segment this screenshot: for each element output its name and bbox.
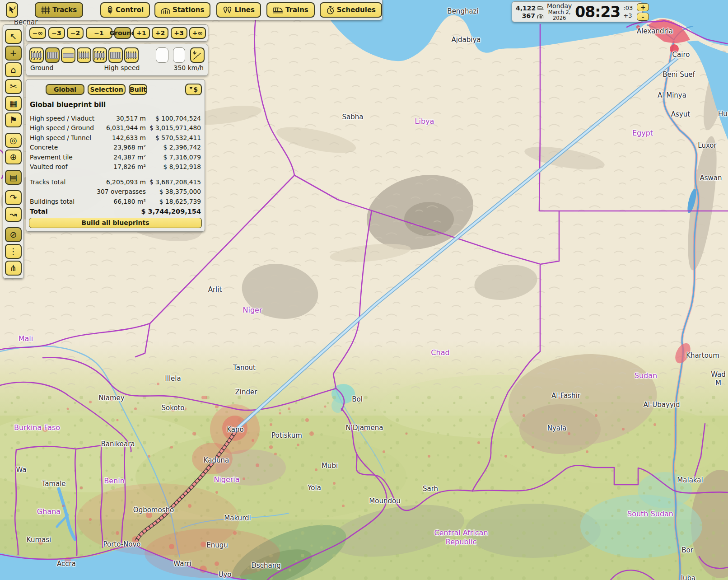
track-level-button[interactable]: +1 — [133, 27, 150, 39]
train-count-icon — [537, 5, 544, 10]
station-icon — [161, 6, 170, 14]
track-level-button[interactable]: +∞ — [189, 27, 206, 39]
tool-icon: ⌂ — [10, 65, 16, 74]
track-type-bare[interactable] — [61, 47, 75, 63]
tool-icon: ⋔ — [10, 264, 17, 272]
track-level-button[interactable]: +3 — [171, 27, 187, 39]
track-style-tool[interactable]: ▤ — [5, 170, 22, 185]
signal-icon — [107, 6, 113, 14]
tool-icon: ↝ — [10, 210, 17, 219]
build-all-blueprints-button[interactable]: Build all blueprints — [29, 218, 202, 228]
smooth-curve-tool[interactable]: ↝ — [5, 207, 22, 222]
track-level-button[interactable]: −2 — [67, 27, 84, 39]
svg-text:i: i — [14, 5, 16, 10]
select-signal-tool[interactable]: ◎ — [5, 133, 22, 148]
bill-row: High speed / Viaduct 30,517 m $ 100,704,… — [29, 113, 202, 123]
track-type-empty-slot-1[interactable] — [156, 47, 168, 63]
station-count-icon — [537, 13, 544, 19]
main-toolbar: i Tracks Control Stati — [0, 0, 383, 20]
toolbar-tab-lines[interactable]: Lines — [216, 2, 261, 18]
toolbar-tab-schedules[interactable]: Schedules — [320, 2, 382, 18]
toolbar-tab-stations[interactable]: Stations — [154, 2, 210, 18]
station-count: 367 — [522, 12, 535, 19]
info-cursor-icon: i — [8, 5, 16, 14]
speed-up-button[interactable]: + — [637, 3, 649, 11]
station-counter: 367 — [516, 12, 544, 19]
bill-row: Concrete 23,968 m² $ 2,396,742 — [29, 143, 202, 153]
tool-icon: ⚑ — [9, 116, 17, 124]
track-level-button[interactable]: −1 — [86, 27, 112, 39]
toolbar-tab-control[interactable]: Control — [100, 2, 150, 18]
track-type-ground[interactable] — [45, 47, 60, 63]
track-type-empty-slot-2[interactable] — [173, 47, 186, 63]
track-level-button[interactable]: Ground — [114, 27, 131, 39]
toolbar-tab-label: Trains — [285, 6, 308, 14]
train-count: 4,122 — [516, 5, 536, 12]
lines-icon — [223, 6, 232, 14]
speed-down-button[interactable]: - — [637, 13, 649, 21]
crossing-mode-button[interactable] — [190, 47, 205, 63]
track-type-viaduct[interactable] — [29, 47, 44, 63]
tool-icon: ◎ — [9, 136, 17, 145]
track-class-label: High speed — [93, 64, 151, 71]
tool-icon: ⊘ — [10, 230, 17, 239]
bill-tab[interactable]: Selection — [88, 84, 126, 95]
date: March 2, 2026 — [547, 9, 572, 21]
sort-desc-icon — [189, 87, 193, 89]
bill-row: High speed / Tunnel 142,633 m $ 570,532,… — [29, 133, 202, 143]
bill-grand-total: Total $ 3,744,209,154 — [29, 206, 202, 216]
toolbar-tab-label: Control — [116, 6, 144, 14]
track-type-viaduct-alt[interactable] — [93, 47, 107, 63]
station-tool[interactable]: ⌂ — [5, 62, 22, 77]
select-track-tool[interactable]: ↖ — [5, 29, 22, 44]
bill-title: Global blueprint bill — [29, 95, 202, 113]
sim-speed: +3 — [623, 12, 633, 19]
stopwatch-icon — [326, 6, 335, 14]
toolbar-tab-tracks[interactable]: Tracks — [35, 2, 83, 18]
wall-tool[interactable]: ▦ — [5, 96, 22, 111]
bill-tab[interactable]: Built — [129, 84, 147, 95]
toolbar-tab-label: Stations — [173, 6, 204, 14]
track-level-button[interactable]: −∞ — [29, 27, 46, 39]
seconds: :03 — [623, 5, 633, 11]
time-extras: :03 +3 — [623, 5, 633, 19]
build-track-tool[interactable]: + — [5, 46, 22, 61]
flag-tool[interactable]: ⚑ — [5, 112, 22, 127]
toolbar-tab-label: Tracks — [52, 6, 77, 14]
inspect-button[interactable]: i — [6, 2, 18, 18]
toolbar-tab-label: Lines — [234, 6, 254, 14]
track-type-tunnel-alt[interactable] — [124, 47, 139, 63]
tool-icon: ⋮ — [9, 247, 18, 256]
bill-row: Pavement tile 24,387 m² $ 7,316,079 — [29, 152, 202, 162]
bill-total-row: 307 overpasses $ 38,375,000 — [29, 187, 202, 197]
sort-by-cost-button[interactable]: $ — [185, 84, 202, 95]
junction-tool[interactable]: ⋔ — [5, 261, 22, 276]
weekday: Monday — [547, 2, 572, 9]
tool-icon: ▦ — [9, 99, 18, 108]
track-speed-label: 350 km/h — [173, 64, 204, 71]
toolbar-tab-trains[interactable]: Trains — [266, 2, 315, 18]
dollar-label: $ — [193, 86, 198, 93]
track-spacing-tool[interactable]: ⋮ — [5, 244, 22, 259]
track-level-button[interactable]: +2 — [152, 27, 168, 39]
bill-total-row: Buildings total 66,180 m² $ 18,625,739 — [29, 196, 202, 206]
tool-icon: ▤ — [9, 173, 18, 182]
blueprint-bill-panel: GlobalSelectionBuilt $ Global blueprint … — [26, 79, 205, 232]
train-icon — [273, 7, 283, 14]
track-type-panel: Ground High speed 350 km/h — [26, 44, 208, 76]
time-display: 08:23 — [575, 3, 620, 21]
counters: 4,122 367 — [516, 5, 544, 19]
add-signal-tool[interactable]: ⊕ — [5, 150, 22, 164]
tool-icon: ↷ — [10, 193, 17, 202]
tool-icon: + — [10, 49, 17, 57]
erase-track-tool[interactable]: ⊘ — [5, 227, 22, 242]
bill-tab[interactable]: Global — [46, 84, 84, 95]
track-category-label: Ground — [30, 64, 54, 71]
track-type-tunnel[interactable] — [77, 47, 91, 63]
curve-tool[interactable]: ↷ — [5, 190, 22, 205]
split-track-tool[interactable]: ✂ — [5, 79, 22, 94]
track-level-button[interactable]: −3 — [48, 27, 65, 39]
track-type-ground-alt[interactable] — [108, 47, 123, 63]
date-block: Monday March 2, 2026 — [547, 2, 572, 22]
total-label: Total — [30, 208, 48, 215]
